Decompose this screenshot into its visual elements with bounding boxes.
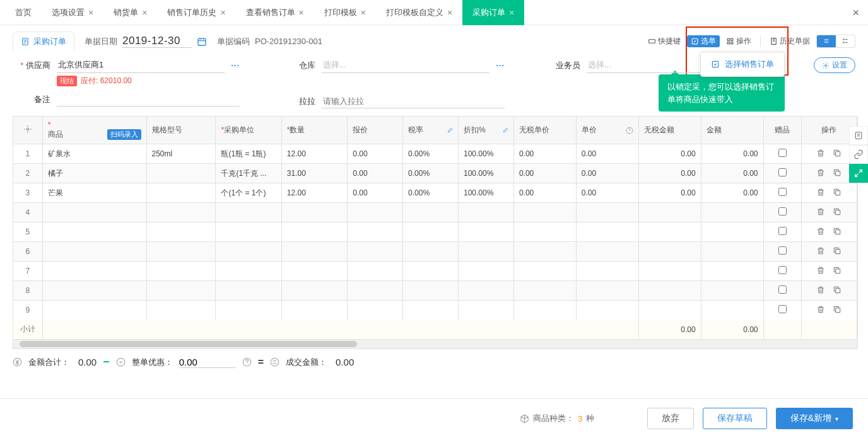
more-icon[interactable]: ··· <box>231 61 240 70</box>
cell-product[interactable]: 芒果 <box>42 183 146 203</box>
tab-sales[interactable]: 销货单× <box>103 0 157 25</box>
tab-options[interactable]: 选项设置× <box>42 0 103 25</box>
cell-notax-price[interactable] <box>513 222 576 242</box>
question-icon[interactable] <box>626 127 633 134</box>
cell-spec[interactable] <box>146 183 216 203</box>
supplier-value[interactable]: 北京供应商1 <box>57 57 225 73</box>
gift-checkbox[interactable] <box>778 188 787 196</box>
cell-tax[interactable] <box>403 222 459 242</box>
cell-discount[interactable] <box>459 281 514 301</box>
doc-date-input[interactable] <box>122 35 192 48</box>
close-icon[interactable]: × <box>509 8 514 18</box>
warehouse-select[interactable]: 选择... <box>322 57 490 73</box>
cell-quote[interactable] <box>348 281 403 301</box>
cell-tax[interactable] <box>403 242 459 262</box>
close-icon[interactable]: × <box>142 8 147 18</box>
cell-notax-price[interactable] <box>513 262 576 281</box>
cell-notax-amount[interactable]: 0.00 <box>638 144 701 164</box>
question-icon[interactable] <box>242 357 252 367</box>
side-note-button[interactable] <box>849 126 868 145</box>
copy-row-icon[interactable] <box>833 246 842 257</box>
copy-row-icon[interactable] <box>833 305 842 316</box>
tab-view-sales[interactable]: 查看销售订单× <box>236 0 314 25</box>
close-icon[interactable]: × <box>447 8 452 18</box>
gift-checkbox[interactable] <box>778 207 787 216</box>
cell-unit[interactable]: 千克(1千克 ... <box>216 164 281 183</box>
cell-tax[interactable] <box>403 203 459 222</box>
table-row[interactable]: 9 <box>13 301 857 320</box>
tab-home[interactable]: 首页 <box>5 0 42 25</box>
settings-button[interactable]: 设置 <box>814 57 855 73</box>
lala-input[interactable] <box>322 95 505 108</box>
delete-row-icon[interactable] <box>816 227 825 238</box>
cell-quote[interactable] <box>348 262 403 281</box>
cell-amount[interactable]: 0.00 <box>701 164 763 183</box>
table-row[interactable]: 5 <box>13 222 857 242</box>
cell-qty[interactable] <box>281 222 347 242</box>
cell-notax-amount[interactable] <box>638 262 701 281</box>
delete-row-icon[interactable] <box>816 285 825 296</box>
copy-row-icon[interactable] <box>833 285 842 296</box>
cell-quote[interactable]: 0.00 <box>348 183 403 203</box>
delete-row-icon[interactable] <box>816 305 825 316</box>
gift-checkbox[interactable] <box>778 168 787 176</box>
gear-icon[interactable] <box>23 125 32 134</box>
cell-amount[interactable] <box>701 281 763 301</box>
cell-notax-amount[interactable]: 0.00 <box>638 183 701 203</box>
more-icon[interactable]: ··· <box>496 61 505 70</box>
cell-discount[interactable] <box>459 242 514 262</box>
cell-spec[interactable] <box>146 301 216 320</box>
cell-unit[interactable]: 瓶(1瓶 = 1瓶) <box>216 144 281 164</box>
cell-notax-price[interactable]: 0.00 <box>513 164 576 183</box>
cell-tax[interactable] <box>403 301 459 320</box>
cell-price[interactable] <box>576 222 638 242</box>
gift-checkbox[interactable] <box>778 227 787 235</box>
cell-discount[interactable]: 100.00% <box>459 164 514 183</box>
cell-price[interactable]: 0.00 <box>576 183 638 203</box>
cell-tax[interactable]: 0.00% <box>403 164 459 183</box>
close-icon[interactable]: × <box>88 8 93 18</box>
table-row[interactable]: 8 <box>13 281 857 301</box>
cell-notax-amount[interactable]: 0.00 <box>638 164 701 183</box>
cell-tax[interactable]: 0.00% <box>403 144 459 164</box>
cell-unit[interactable] <box>216 222 281 242</box>
cell-quote[interactable] <box>348 301 403 320</box>
table-row[interactable]: 6 <box>13 242 857 262</box>
cell-qty[interactable] <box>281 281 347 301</box>
cell-discount[interactable] <box>459 222 514 242</box>
close-all-icon[interactable]: × <box>852 6 859 20</box>
pick-button[interactable]: 选单 <box>687 35 720 47</box>
gift-checkbox[interactable] <box>778 149 787 157</box>
select-sales-order-option[interactable]: 选择销售订单 <box>701 55 784 74</box>
history-button[interactable]: 历史单据 <box>766 35 814 47</box>
cell-notax-amount[interactable] <box>638 242 701 262</box>
cell-product[interactable] <box>42 281 146 301</box>
cell-spec[interactable] <box>146 262 216 281</box>
table-row[interactable]: 7 <box>13 262 857 281</box>
cell-tax[interactable]: 0.00% <box>403 183 459 203</box>
cell-unit[interactable] <box>216 301 281 320</box>
cell-qty[interactable]: 12.00 <box>281 144 347 164</box>
cell-qty[interactable]: 31.00 <box>281 164 347 183</box>
cell-discount[interactable] <box>459 301 514 320</box>
cell-spec[interactable]: 250ml <box>146 144 216 164</box>
cell-amount[interactable] <box>701 301 763 320</box>
cell-price[interactable] <box>576 262 638 281</box>
delete-row-icon[interactable] <box>816 266 825 277</box>
edit-icon[interactable] <box>447 127 453 134</box>
cell-qty[interactable]: 12.00 <box>281 183 347 203</box>
cell-discount[interactable] <box>459 262 514 281</box>
delete-row-icon[interactable] <box>816 188 825 199</box>
cell-unit[interactable] <box>216 242 281 262</box>
delete-row-icon[interactable] <box>816 168 825 179</box>
cell-notax-price[interactable] <box>513 203 576 222</box>
cell-amount[interactable]: 0.00 <box>701 183 763 203</box>
cell-price[interactable] <box>576 242 638 262</box>
horizontal-scrollbar[interactable] <box>13 340 857 349</box>
cell-product[interactable]: 矿泉水 <box>42 144 146 164</box>
salesman-select[interactable]: 选择... <box>587 57 717 73</box>
table-row[interactable]: 3芒果个(1个 = 1个)12.000.000.00%100.00%0.000.… <box>13 183 857 203</box>
close-icon[interactable]: × <box>299 8 304 18</box>
shortcut-button[interactable]: 快捷键 <box>644 35 684 47</box>
cell-discount[interactable] <box>459 203 514 222</box>
